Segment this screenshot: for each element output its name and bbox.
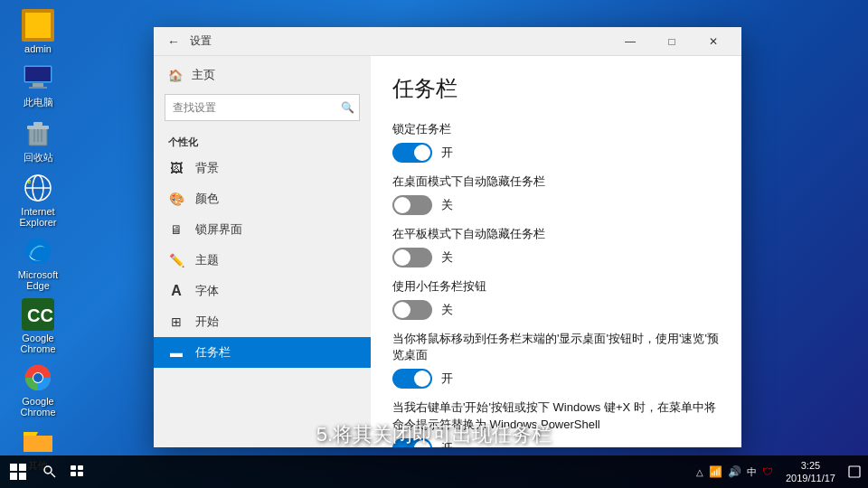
desktop-icon-chrome[interactable]: Google Chrome xyxy=(9,361,67,418)
nav-item-background[interactable]: 🖼 背景 xyxy=(154,153,371,183)
nav-section-title: 个性化 xyxy=(154,128,371,153)
start-button[interactable] xyxy=(0,455,36,488)
tray-ime[interactable]: 中 xyxy=(747,465,757,479)
settings-nav: 🏠 主页 🔍 个性化 🖼 背景 🎨 颜色 🖥 锁 xyxy=(154,56,371,447)
svg-text:CC: CC xyxy=(27,305,53,325)
lock-taskbar-label: 锁定任务栏 xyxy=(392,121,720,137)
auto-hide-tablet-knob xyxy=(394,249,410,266)
taskbar-icon: ▬ xyxy=(168,344,184,361)
svg-rect-2 xyxy=(38,13,51,25)
themes-label: 主题 xyxy=(195,252,219,268)
taskbar-search-button[interactable] xyxy=(36,455,63,488)
replace-powershell-state: 开 xyxy=(441,440,453,447)
ccleaner-icon: CC xyxy=(22,298,54,331)
lock-taskbar-toggle[interactable] xyxy=(392,143,432,163)
svg-rect-8 xyxy=(29,87,47,89)
peek-desktop-toggle[interactable] xyxy=(392,369,432,389)
svg-rect-31 xyxy=(71,472,76,476)
replace-powershell-knob xyxy=(414,440,430,447)
replace-powershell-row: 开 xyxy=(392,438,720,447)
small-taskbar-label: 使用小任务栏按钮 xyxy=(392,278,720,295)
desktop-icon-edge[interactable]: Microsoft Edge xyxy=(9,235,67,291)
desktop-icon-ie[interactable]: e Internet Explorer xyxy=(9,172,67,228)
recycle-bin-icon xyxy=(22,117,54,149)
svg-rect-33 xyxy=(849,466,860,477)
windows-logo-icon xyxy=(10,464,26,480)
admin-label: admin xyxy=(24,43,52,54)
svg-rect-3 xyxy=(25,25,38,38)
settings-body: 🏠 主页 🔍 个性化 🖼 背景 🎨 颜色 🖥 锁 xyxy=(154,56,741,447)
window-title: 设置 xyxy=(190,33,609,49)
minimize-button[interactable]: — xyxy=(609,27,651,56)
back-button[interactable]: ← xyxy=(161,29,186,54)
desktop-icon-this-pc[interactable]: 此电脑 xyxy=(9,61,67,109)
svg-point-26 xyxy=(33,373,42,382)
chrome-label: Google Chrome xyxy=(20,396,55,418)
small-taskbar-knob xyxy=(394,302,410,318)
auto-hide-tablet-toggle[interactable] xyxy=(392,248,432,267)
small-taskbar-toggle[interactable] xyxy=(392,300,432,320)
nav-item-colors[interactable]: 🎨 颜色 xyxy=(154,183,371,214)
close-button[interactable]: ✕ xyxy=(693,27,734,56)
taskbar-apps xyxy=(90,455,689,488)
svg-rect-4 xyxy=(38,25,51,38)
recycle-bin-label: 回收站 xyxy=(24,151,53,164)
fonts-label: 字体 xyxy=(195,283,219,299)
desktop-icon-admin[interactable]: admin xyxy=(9,9,67,54)
nav-item-start[interactable]: ⊞ 开始 xyxy=(154,306,371,337)
desktop-icon-ccleaner[interactable]: CC Google Chrome xyxy=(9,298,67,354)
lock-taskbar-knob xyxy=(414,145,430,161)
clock-date: 2019/11/17 xyxy=(786,472,835,484)
search-icon: 🔍 xyxy=(341,101,354,114)
search-input[interactable] xyxy=(165,94,360,121)
tray-volume: 🔊 xyxy=(728,465,741,478)
admin-icon xyxy=(22,9,54,42)
auto-hide-desktop-state: 关 xyxy=(441,197,453,213)
home-icon: 🏠 xyxy=(168,69,183,82)
auto-hide-tablet-state: 关 xyxy=(441,249,453,266)
lockscreen-label: 锁屏界面 xyxy=(195,221,242,238)
peek-desktop-knob xyxy=(414,371,430,387)
nav-item-fonts[interactable]: A 字体 xyxy=(154,276,371,306)
nav-item-themes[interactable]: ✏️ 主题 xyxy=(154,245,371,276)
nav-item-lockscreen[interactable]: 🖥 锁屏界面 xyxy=(154,214,371,245)
settings-window: ← 设置 — □ ✕ 🏠 主页 🔍 个性化 🖼 xyxy=(154,27,741,447)
svg-rect-29 xyxy=(71,465,76,470)
notification-button[interactable] xyxy=(841,455,868,488)
maximize-button[interactable]: □ xyxy=(651,27,693,56)
svg-text:e: e xyxy=(27,177,32,185)
nav-home[interactable]: 🏠 主页 xyxy=(154,60,371,90)
desktop-icon-recycle-bin[interactable]: 回收站 xyxy=(9,117,67,164)
auto-hide-desktop-toggle[interactable] xyxy=(392,195,432,215)
auto-hide-tablet-row: 关 xyxy=(392,248,720,267)
clock-time: 3:25 xyxy=(801,459,820,472)
svg-line-28 xyxy=(52,474,56,478)
taskbar-clock[interactable]: 3:25 2019/11/17 xyxy=(780,459,841,484)
setting-auto-hide-tablet: 在平板模式下自动隐藏任务栏 关 xyxy=(392,226,720,267)
this-pc-icon xyxy=(22,61,54,94)
ccleaner-label: Google Chrome xyxy=(9,333,67,354)
tray-chevron[interactable]: △ xyxy=(696,467,703,477)
setting-peek-desktop: 当你将鼠标移动到任务栏末端的'显示桌面'按钮时，使用'速览'预览桌面 开 xyxy=(392,331,720,389)
colors-icon: 🎨 xyxy=(168,191,184,207)
settings-content: 任务栏 锁定任务栏 开 在桌面模式下自动隐藏任务栏 xyxy=(371,56,741,447)
nav-item-taskbar[interactable]: ▬ 任务栏 xyxy=(154,337,371,368)
desktop-icon-list: admin 此电脑 xyxy=(9,9,67,473)
other-folder-icon xyxy=(22,425,54,457)
svg-point-20 xyxy=(25,239,51,264)
edge-label: Microsoft Edge xyxy=(18,269,59,291)
auto-hide-desktop-label: 在桌面模式下自动隐藏任务栏 xyxy=(392,174,720,190)
tray-antivirus: 🛡 xyxy=(762,465,773,478)
small-taskbar-row: 关 xyxy=(392,300,720,320)
themes-icon: ✏️ xyxy=(168,252,184,268)
ie-icon: e xyxy=(22,172,54,204)
peek-desktop-state: 开 xyxy=(441,371,453,387)
task-view-button[interactable] xyxy=(63,455,90,488)
setting-replace-powershell: 当我右键单击'开始'按钮或按下 Windows 键+X 时，在菜单中将命令提示符… xyxy=(392,399,720,447)
fonts-icon: A xyxy=(168,283,184,299)
page-title: 任务栏 xyxy=(392,74,720,103)
setting-auto-hide-desktop: 在桌面模式下自动隐藏任务栏 关 xyxy=(392,174,720,215)
auto-hide-desktop-row: 关 xyxy=(392,195,720,215)
replace-powershell-toggle[interactable] xyxy=(392,438,432,447)
lock-taskbar-state: 开 xyxy=(441,145,453,161)
